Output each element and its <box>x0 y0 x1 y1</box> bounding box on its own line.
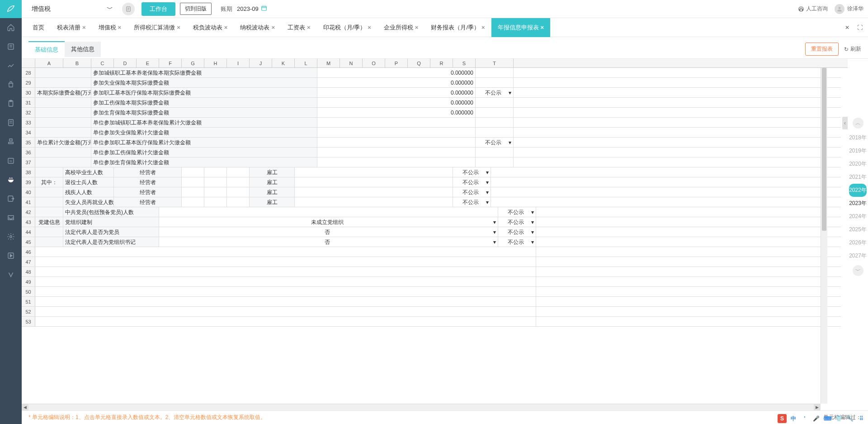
tab-7[interactable]: 印花税（月/季） × <box>317 18 377 19</box>
tab-close-icon[interactable]: × <box>368 18 371 19</box>
support-link[interactable]: 人工咨询 <box>798 5 828 13</box>
switch-old-button[interactable]: 切到旧版 <box>180 3 212 15</box>
tab-close-icon[interactable]: × <box>541 18 544 19</box>
svg-point-11 <box>839 7 841 9</box>
tab-6[interactable]: 工资表 × <box>281 18 317 19</box>
workspace-button[interactable]: 工作台 <box>142 2 175 16</box>
tab-close-icon[interactable]: × <box>177 18 180 19</box>
app-logo[interactable] <box>0 0 22 18</box>
tab-close-icon[interactable]: × <box>307 18 311 19</box>
doc-icon[interactable] <box>122 3 135 15</box>
svg-point-8 <box>799 6 804 11</box>
calendar-icon[interactable] <box>261 5 267 13</box>
tab-9[interactable]: 财务报表（月/季） × <box>425 18 491 19</box>
tab-close-icon[interactable]: × <box>82 18 86 19</box>
user-menu[interactable]: 徐泽华 <box>835 4 863 14</box>
tab-close-icon[interactable]: × <box>224 18 228 19</box>
svg-rect-4 <box>261 6 266 10</box>
tab-3[interactable]: 所得税汇算清缴 × <box>127 18 187 19</box>
tab-close-icon[interactable]: × <box>415 18 419 19</box>
period-label: 账期 <box>221 5 232 13</box>
svg-rect-10 <box>802 9 803 10</box>
module-title: 增值税 <box>32 5 51 13</box>
tab-4[interactable]: 税负波动表 × <box>187 18 234 19</box>
top-bar: 增值税 ﹀ 工作台 切到旧版 账期 2023-09 人工咨询 徐泽华 <box>0 0 868 18</box>
tab-0[interactable]: 首页 <box>26 18 51 19</box>
tab-close-icon[interactable]: × <box>118 18 122 19</box>
chevron-down-icon: ﹀ <box>107 5 113 13</box>
user-name: 徐泽华 <box>847 5 863 13</box>
tab-5[interactable]: 纳税波动表 × <box>234 18 281 19</box>
period-value[interactable]: 2023-09 <box>237 5 259 12</box>
tab-8[interactable]: 企业所得税 × <box>377 18 425 19</box>
support-label: 人工咨询 <box>806 5 828 13</box>
svg-rect-9 <box>800 9 801 10</box>
tab-close-icon[interactable]: × <box>481 18 485 19</box>
tab-10[interactable]: 年报信息申报表 × <box>491 18 551 19</box>
tab-close-icon[interactable]: × <box>271 18 275 19</box>
module-dropdown[interactable]: 增值税 ﹀ <box>32 5 113 13</box>
tab-2[interactable]: 增值税 × <box>92 18 128 19</box>
tab-1[interactable]: 税表清册 × <box>51 18 92 19</box>
avatar-icon <box>835 4 844 14</box>
